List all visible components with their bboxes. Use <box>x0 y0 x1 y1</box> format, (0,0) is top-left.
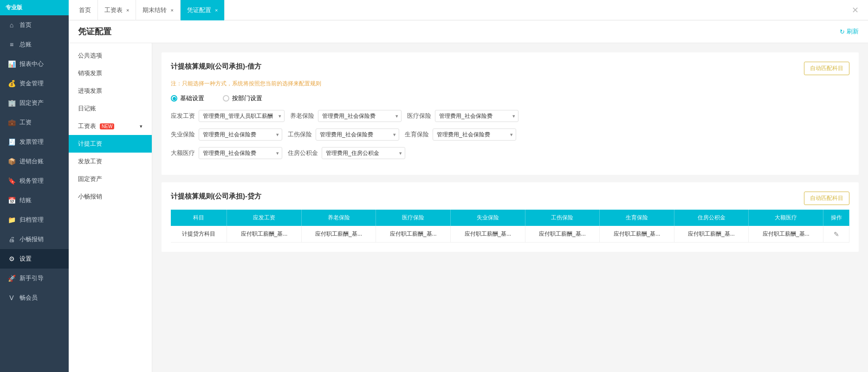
tab-period-close[interactable]: 期末结转 × <box>136 0 180 20</box>
select-bigmed[interactable]: 管理费用_社会保险费 <box>199 147 282 159</box>
tab-salary-table-label: 工资表 <box>104 6 123 14</box>
right-content: 计提核算规则(公司承担)-借方 自动匹配科目 注：只能选择一种方式，系统将按照您… <box>152 43 868 372</box>
cell-action[interactable]: ✎ <box>823 226 849 243</box>
select-unemploy[interactable]: 管理费用_社会保险费 <box>199 128 282 141</box>
left-nav-pay-salary[interactable]: 发放工资 <box>69 153 152 170</box>
cell-injury: 应付职工薪酬_基... <box>525 226 600 243</box>
th-unemploy: 失业保险 <box>451 210 525 226</box>
section1-note: 注：只能选择一种方式，系统将按照您当前的选择来配置规则 <box>171 80 849 88</box>
cell-medical: 应付职工薪酬_基... <box>376 226 451 243</box>
report-icon: 📊 <box>7 60 16 68</box>
section-debit: 计提核算规则(公司承担)-借方 自动匹配科目 注：只能选择一种方式，系统将按照您… <box>162 52 859 175</box>
cell-salary: 应付职工薪酬_基... <box>227 226 302 243</box>
sidebar-item-label: 税务管理 <box>19 177 44 185</box>
radio-dept[interactable]: 按部门设置 <box>223 94 262 103</box>
sidebar-item-label: 设置 <box>19 255 32 263</box>
form-row-1: 应发工资 管理费用_管理人员职工薪酬 养老保险 管理费用_社会保险费 <box>171 110 849 122</box>
select-wrapper-unemploy: 管理费用_社会保险费 <box>199 128 282 141</box>
left-nav-calc-salary[interactable]: 计提工资 <box>69 135 152 153</box>
left-nav-cancel-invoice[interactable]: 销项发票 <box>69 64 152 82</box>
sidebar-item-label: 结账 <box>19 196 32 205</box>
member-icon: V <box>7 294 16 301</box>
select-birth[interactable]: 管理费用_社会保险费 <box>433 128 516 141</box>
radio-group: 基础设置 按部门设置 <box>171 94 849 103</box>
tab-period-close-close[interactable]: × <box>170 7 173 13</box>
sidebar-item-guide[interactable]: 🚀 新手引导 <box>0 269 69 288</box>
select-wrapper-bigmed: 管理费用_社会保险费 <box>199 147 282 159</box>
th-bigmed: 大额医疗 <box>749 210 823 226</box>
left-nav-salary-table[interactable]: 工资表 NEW ▾ <box>69 117 152 135</box>
select-medical[interactable]: 管理费用_社会保险费 <box>435 110 518 122</box>
section1-header: 计提核算规则(公司承担)-借方 自动匹配科目 <box>171 62 849 75</box>
arrow-icon: ▾ <box>140 123 143 129</box>
th-medical: 医疗保险 <box>376 210 451 226</box>
select-salary[interactable]: 管理费用_管理人员职工薪酬 <box>199 110 285 122</box>
refresh-label: 刷新 <box>847 27 859 36</box>
sidebar-item-archive[interactable]: 📁 归档管理 <box>0 210 69 230</box>
left-nav-xiaochang[interactable]: 小畅报销 <box>69 188 152 205</box>
tab-salary-table[interactable]: 工资表 × <box>98 0 136 20</box>
select-housing[interactable]: 管理费用_住房公积金 <box>322 147 405 159</box>
refresh-icon: ↻ <box>840 28 845 35</box>
form-row-3: 大额医疗 管理费用_社会保险费 住房公积金 管理费用_住房公积金 <box>171 147 849 159</box>
auto-match-debit-button[interactable]: 自动匹配科目 <box>804 62 849 75</box>
select-injury[interactable]: 管理费用_社会保险费 <box>316 128 399 141</box>
select-wrapper-medical: 管理费用_社会保险费 <box>435 110 518 122</box>
left-nav-journal[interactable]: 日记账 <box>69 100 152 117</box>
credit-table: 科目 应发工资 养老保险 医疗保险 失业保险 工伤保险 生育保险 住房公积金 大… <box>171 210 849 243</box>
sidebar-item-home[interactable]: ⌂ 首页 <box>0 15 69 35</box>
section2-header: 计提核算规则(公司承担)-贷方 自动匹配科目 <box>171 192 849 205</box>
sidebar-item-label: 畅会员 <box>19 294 38 302</box>
th-housing: 住房公积金 <box>674 210 749 226</box>
sidebar-item-xiaochang[interactable]: 🖨 小畅报销 <box>0 230 69 249</box>
select-pension[interactable]: 管理费用_社会保险费 <box>318 110 402 122</box>
page-header: 凭证配置 ↻ 刷新 <box>69 20 868 43</box>
tab-home[interactable]: 首页 <box>72 0 98 20</box>
sidebar-item-tax[interactable]: 🔖 税务管理 <box>0 171 69 191</box>
sidebar-item-label: 进销台账 <box>19 157 44 166</box>
sidebar-item-member[interactable]: V 畅会员 <box>0 288 69 308</box>
th-pension: 养老保险 <box>301 210 376 226</box>
fund-icon: 💰 <box>7 80 16 87</box>
sidebar-item-settings[interactable]: ⚙ 设置 <box>0 249 69 269</box>
tab-salary-table-close[interactable]: × <box>126 7 129 13</box>
sidebar-item-inout[interactable]: 📦 进销台账 <box>0 152 69 171</box>
main-area: 首页 工资表 × 期末结转 × 凭证配置 × ✕ 凭证配置 ↻ 刷新 公共选项 … <box>69 0 868 372</box>
tabbar: 首页 工资表 × 期末结转 × 凭证配置 × ✕ <box>69 0 868 20</box>
tab-voucher-config-label: 凭证配置 <box>187 6 211 14</box>
cell-birth: 应付职工薪酬_基... <box>600 226 674 243</box>
select-wrapper-pension: 管理费用_社会保险费 <box>318 110 402 122</box>
left-nav: 公共选项 销项发票 进项发票 日记账 工资表 NEW ▾ 计提工资 发放工资 固… <box>69 43 152 372</box>
sidebar-item-report[interactable]: 📊 报表中心 <box>0 54 69 74</box>
tab-voucher-config[interactable]: 凭证配置 × <box>181 0 225 20</box>
refresh-button[interactable]: ↻ 刷新 <box>840 27 859 36</box>
sidebar-item-close[interactable]: 📅 结账 <box>0 191 69 210</box>
edit-icon[interactable]: ✎ <box>834 231 839 238</box>
label-housing: 住房公积金 <box>288 149 318 157</box>
sidebar: 专业版 ⌂ 首页 ≡ 总账 📊 报表中心 💰 资金管理 🏢 固定资产 💼 工资 … <box>0 0 69 372</box>
sidebar-item-label: 报表中心 <box>19 60 44 68</box>
sidebar-item-fund[interactable]: 💰 资金管理 <box>0 74 69 93</box>
tab-home-label: 首页 <box>79 6 91 14</box>
form-group-injury: 工伤保险 管理费用_社会保险费 <box>288 128 399 141</box>
form-group-birth: 生育保险 管理费用_社会保险费 <box>405 128 516 141</box>
sidebar-item-label: 归档管理 <box>19 216 44 224</box>
invoice-icon: 🧾 <box>7 138 16 146</box>
sidebar-item-invoice[interactable]: 🧾 发票管理 <box>0 132 69 152</box>
radio-basic-circle <box>171 95 177 102</box>
window-close-button[interactable]: ✕ <box>846 5 864 15</box>
section-credit: 计提核算规则(公司承担)-贷方 自动匹配科目 科目 应发工资 养老保险 医疗保险… <box>162 182 859 252</box>
sidebar-item-assets[interactable]: 🏢 固定资产 <box>0 93 69 113</box>
sidebar-item-ledger[interactable]: ≡ 总账 <box>0 35 69 54</box>
radio-basic[interactable]: 基础设置 <box>171 94 204 103</box>
sidebar-item-salary[interactable]: 💼 工资 <box>0 113 69 132</box>
tab-voucher-config-close[interactable]: × <box>215 7 218 13</box>
form-group-bigmed: 大额医疗 管理费用_社会保险费 <box>171 147 282 159</box>
auto-match-credit-button[interactable]: 自动匹配科目 <box>804 192 849 205</box>
app-version-badge: 专业版 <box>0 0 69 15</box>
th-action: 操作 <box>823 210 849 226</box>
left-nav-public[interactable]: 公共选项 <box>69 47 152 64</box>
left-nav-fixed-assets[interactable]: 固定资产 <box>69 170 152 188</box>
left-nav-entry-invoice[interactable]: 进项发票 <box>69 82 152 100</box>
radio-dept-circle <box>223 95 229 102</box>
